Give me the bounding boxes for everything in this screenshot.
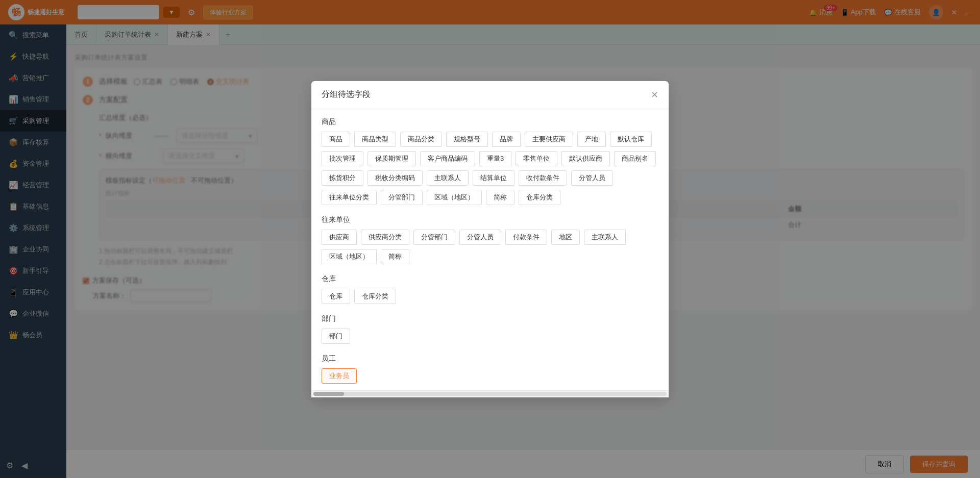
field-chip-brand[interactable]: 品牌 [492, 132, 521, 147]
field-chip-main-contact[interactable]: 主联系人 [427, 170, 469, 186]
field-chip-payment-cond[interactable]: 付款条件 [505, 230, 547, 245]
field-chip-product[interactable]: 商品 [322, 132, 350, 147]
field-chip-dept[interactable]: 分管部门 [413, 230, 455, 245]
section-title-product: 商品 [322, 117, 658, 127]
field-chip-department[interactable]: 部门 [322, 329, 350, 344]
field-chip-supplier-category[interactable]: 供应商分类 [361, 230, 409, 245]
field-chip-wh-category[interactable]: 仓库分类 [354, 289, 396, 304]
section-department: 部门部门 [322, 314, 658, 344]
field-chip-dept-manager[interactable]: 分管人员 [459, 230, 501, 245]
modal-close-icon[interactable]: ✕ [651, 89, 658, 100]
field-chip-shelf-points[interactable]: 拣货积分 [322, 170, 363, 186]
field-chip-wh[interactable]: 仓库 [322, 289, 350, 304]
field-chip-warehouse-category[interactable]: 仓库分类 [519, 190, 560, 205]
field-chip-salesperson[interactable]: 业务员 [322, 368, 357, 384]
field-chips-employee: 业务员 [322, 368, 658, 384]
field-chip-settlement-unit[interactable]: 结算单位 [473, 170, 514, 186]
field-chip-weight3[interactable]: 重量3 [479, 151, 511, 166]
field-chips-transaction: 供应商供应商分类分管部门分管人员付款条件地区主联系人区域（地区）简称 [322, 230, 658, 264]
field-chips-department: 部门 [322, 329, 658, 344]
field-chip-area-region[interactable]: 区域（地区） [322, 249, 377, 264]
section-product: 商品商品商品类型商品分类规格型号品牌主要供应商产地默认仓库批次管理保质期管理客户… [322, 117, 658, 205]
field-chips-product: 商品商品类型商品分类规格型号品牌主要供应商产地默认仓库批次管理保质期管理客户商品… [322, 132, 658, 205]
section-title-transaction: 往来单位 [322, 215, 658, 224]
field-chip-batch-mgmt[interactable]: 批次管理 [322, 151, 363, 166]
field-chips-warehouse: 仓库仓库分类 [322, 289, 658, 304]
modal-overlay[interactable]: 分组待选字段 ✕ 商品商品商品类型商品分类规格型号品牌主要供应商产地默认仓库批次… [0, 0, 980, 478]
field-chip-region[interactable]: 地区 [551, 230, 580, 245]
field-chip-tax-code[interactable]: 税收分类编码 [368, 170, 423, 186]
section-title-employee: 员工 [322, 354, 658, 363]
modal-header: 分组待选字段 ✕ [311, 81, 669, 109]
field-chip-product-alias[interactable]: 商品别名 [614, 151, 656, 166]
field-chip-product-category[interactable]: 商品分类 [400, 132, 442, 147]
modal-horizontal-scrollbar[interactable] [311, 390, 669, 397]
field-chip-origin[interactable]: 产地 [577, 132, 606, 147]
field-chip-default-supplier[interactable]: 默认供应商 [561, 151, 610, 166]
field-select-modal: 分组待选字段 ✕ 商品商品商品类型商品分类规格型号品牌主要供应商产地默认仓库批次… [311, 81, 669, 397]
modal-title: 分组待选字段 [322, 89, 371, 100]
field-chip-short-name[interactable]: 简称 [486, 190, 514, 205]
section-warehouse: 仓库仓库仓库分类 [322, 274, 658, 304]
field-chip-customer-code[interactable]: 客户商品编码 [420, 151, 475, 166]
field-chip-source-unit-category[interactable]: 往来单位分类 [322, 190, 377, 205]
section-title-department: 部门 [322, 314, 658, 323]
field-chip-default-warehouse[interactable]: 默认仓库 [610, 132, 652, 147]
field-chip-product-type[interactable]: 商品类型 [354, 132, 396, 147]
field-chip-abbr[interactable]: 简称 [381, 249, 409, 264]
field-chip-payment-terms[interactable]: 收付款条件 [519, 170, 567, 186]
field-chip-manager[interactable]: 分管人员 [571, 170, 613, 186]
field-chip-spec-type[interactable]: 规格型号 [446, 132, 488, 147]
modal-body: 商品商品商品类型商品分类规格型号品牌主要供应商产地默认仓库批次管理保质期管理客户… [311, 109, 669, 390]
field-chip-supplier[interactable]: 供应商 [322, 230, 357, 245]
field-chip-retail-unit[interactable]: 零售单位 [516, 151, 557, 166]
field-chip-contact[interactable]: 主联系人 [584, 230, 626, 245]
section-title-warehouse: 仓库 [322, 274, 658, 284]
field-chip-region-area[interactable]: 区域（地区） [427, 190, 482, 205]
field-chip-expiry-mgmt[interactable]: 保质期管理 [368, 151, 416, 166]
field-chip-main-supplier[interactable]: 主要供应商 [525, 132, 573, 147]
field-chip-managed-dept[interactable]: 分管部门 [381, 190, 423, 205]
section-transaction: 往来单位供应商供应商分类分管部门分管人员付款条件地区主联系人区域（地区）简称 [322, 215, 658, 264]
section-employee: 员工业务员 [322, 354, 658, 384]
